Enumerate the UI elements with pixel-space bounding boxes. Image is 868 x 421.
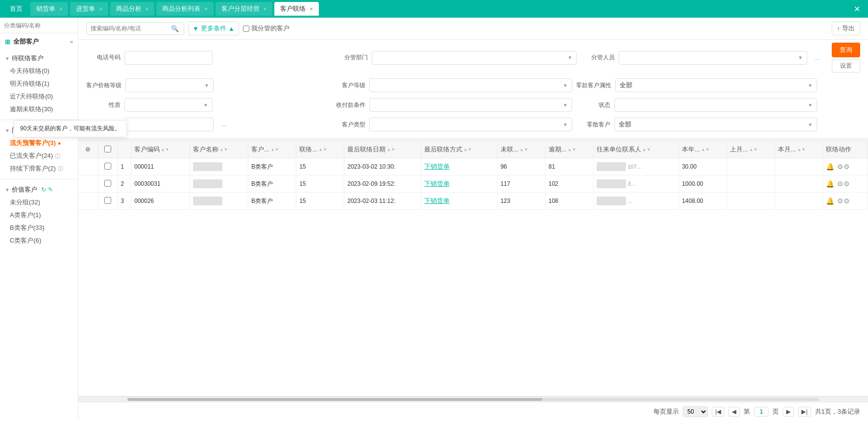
close-tab-purchase[interactable]: × [99,6,102,12]
th-this-year[interactable]: 本年... ▲▼ [679,141,727,158]
row2-method-link[interactable]: 下销货单 [424,180,450,187]
close-tab-customer-contact[interactable]: × [310,6,313,12]
close-tab-customer-layer[interactable]: × [264,6,266,12]
phone-input[interactable] [124,51,213,65]
per-page-select[interactable]: 50 20 100 [683,406,708,417]
th-name[interactable]: 客户名称 ▲▼ [190,141,248,158]
sidebar-search-input[interactable] [4,22,77,29]
nav-home[interactable]: 首页 [4,2,28,16]
filter-search-input[interactable] [91,25,169,32]
row3-action-icon2[interactable]: ⚙⚙ [837,197,850,205]
row1-action-icon1[interactable]: 🔔 [826,163,834,171]
collapse-sidebar-btn[interactable]: « [70,39,73,45]
th-last-month[interactable]: 上月... ▲▼ [727,141,775,158]
filter-search-icon[interactable]: 🔍 [171,25,179,32]
close-tab-sales[interactable]: × [59,6,62,12]
filter-field-price-level: 客户价格等级 ▼ [86,78,327,92]
sort-icon-method: ▲▼ [463,148,472,152]
filter-search-bar: 🔍 [86,23,184,35]
th-last-method[interactable]: 最后联络方式 ▲▼ [421,141,497,158]
more-conditions-btn[interactable]: ▼ 更多条件 ▲ [188,22,239,35]
th-settings[interactable]: ⚙ [78,141,98,158]
th-not-contacted[interactable]: 未联... ▲▼ [497,141,545,158]
filter-field-phone: 电话号码 [86,51,330,65]
th-contact-count[interactable]: 联络... ▲▼ [296,141,344,158]
customer-type-select[interactable]: ▼ [369,118,572,131]
th-overdue[interactable]: 逾期... ▲▼ [545,141,593,158]
export-button[interactable]: ↑ 导出 [832,22,861,35]
sort-icon-last-month: ▲▼ [749,148,758,152]
row2-index: 2 [118,175,131,193]
sidebar-item-type-c[interactable]: C类客户(6) [0,234,78,247]
row3-action-icon1[interactable]: 🔔 [826,197,834,205]
nav-tab-analysis[interactable]: 商品分析 × [110,2,154,16]
row2-name: ████ [190,175,248,193]
nav-tab-customer-contact[interactable]: 客户联络 × [274,2,318,16]
settings-button[interactable]: 设置 [832,59,860,73]
sidebar-item-churn-warning[interactable]: 流失预警客户(3) ● [0,137,78,149]
my-customers-check[interactable] [243,25,249,32]
status-select[interactable]: ▼ [614,98,817,112]
row2-check[interactable] [104,180,111,187]
row2-action-icon1[interactable]: 🔔 [826,180,834,188]
row1-action: 🔔 ⚙⚙ [823,158,868,175]
sidebar-group-pending-title[interactable]: ▼ 待联络客户 [0,52,78,65]
row1-name: ████ [190,158,248,175]
first-page-btn[interactable]: |◀ [712,407,724,417]
row3-method-link[interactable]: 下销货单 [424,197,450,204]
sidebar-item-declining[interactable]: 持续下滑客户(2) ⓘ [0,162,78,175]
zero-customer-select[interactable]: 全部▼ [614,118,817,131]
region-more-btn[interactable]: ... [217,121,230,128]
sidebar-item-type-b[interactable]: B类客户(33) [0,222,78,234]
sidebar-group-value-title[interactable]: ▼ 价值客户 ↻ ✎ [0,183,78,196]
row1-action-icon2[interactable]: ⚙⚙ [837,163,850,171]
window-close-button[interactable]: ✕ [850,2,864,16]
th-this-month[interactable]: 本月... ▲▼ [775,141,823,158]
manager-select[interactable]: ▼ [619,51,807,65]
action-buttons: 查询 设置 [832,43,860,73]
row3-check[interactable] [104,197,111,204]
th-unit-contact[interactable]: 往来单位联系人 ▲▼ [593,141,678,158]
th-type[interactable]: 客户... ▲▼ [248,141,296,158]
sidebar-item-type-a[interactable]: A类客户(1) [0,209,78,222]
gender-select[interactable]: ▼ [124,98,213,112]
close-tab-analysis[interactable]: × [145,6,148,12]
nav-tab-sales[interactable]: 销货单 × [30,2,68,16]
zero-attr-select[interactable]: 全部▼ [615,78,817,92]
sidebar-all-customers[interactable]: ⊞ 全部客户 « [0,33,78,50]
row1-last-date: 2023-03-02 10:30: [344,158,421,175]
row3-action: 🔔 ⚙⚙ [823,193,868,210]
row1-check[interactable] [104,163,111,170]
nav-tab-purchase[interactable]: 进货单 × [70,2,108,16]
th-last-date[interactable]: 最后联络日期 ▲▼ [344,141,421,158]
refresh-icon[interactable]: ↻ [41,186,46,193]
manager-more-btn[interactable]: ... [811,54,824,61]
edit-icon[interactable]: ✎ [48,186,53,193]
next-page-btn[interactable]: ▶ [783,407,794,417]
row1-method-link[interactable]: 下销货单 [424,163,450,170]
nav-tab-customer-layer[interactable]: 客户分层经营 × [216,2,272,16]
select-all-checkbox[interactable] [104,146,111,152]
arrow-icon-2: ▼ [5,128,10,133]
sidebar-item-overdue[interactable]: 逾期未联络(30) [0,103,78,116]
customer-level-select[interactable]: ▼ [369,78,572,92]
nav-tab-analysis-list[interactable]: 商品分析列表 × [156,2,213,16]
row2-action-icon2[interactable]: ⚙⚙ [837,180,850,188]
last-page-btn[interactable]: ▶| [798,407,811,417]
page-input[interactable] [754,407,769,417]
th-code[interactable]: 客户编码 ▲▼ [131,141,190,158]
sidebar-item-7days[interactable]: 近7天待联络(0) [0,90,78,103]
prev-page-btn[interactable]: ◀ [728,407,740,417]
query-button[interactable]: 查询 [832,43,860,57]
horizontal-scrollbar[interactable] [78,396,868,402]
region-select[interactable] [125,118,214,131]
close-tab-analysis-list[interactable]: × [204,6,207,12]
price-level-select[interactable]: ▼ [125,78,214,92]
dept-select[interactable]: ▼ [372,51,577,65]
sidebar-item-tomorrow[interactable]: 明天待联络(1) [0,77,78,90]
filter-field-status: 状态 ▼ [576,98,817,112]
sidebar-item-lost[interactable]: 已流失客户(24) ⓘ [0,149,78,162]
sidebar-item-ungroup[interactable]: 未分组(32) [0,196,78,209]
sidebar-item-today[interactable]: 今天待联络(0) [0,65,78,77]
payment-select[interactable]: ▼ [369,98,572,112]
